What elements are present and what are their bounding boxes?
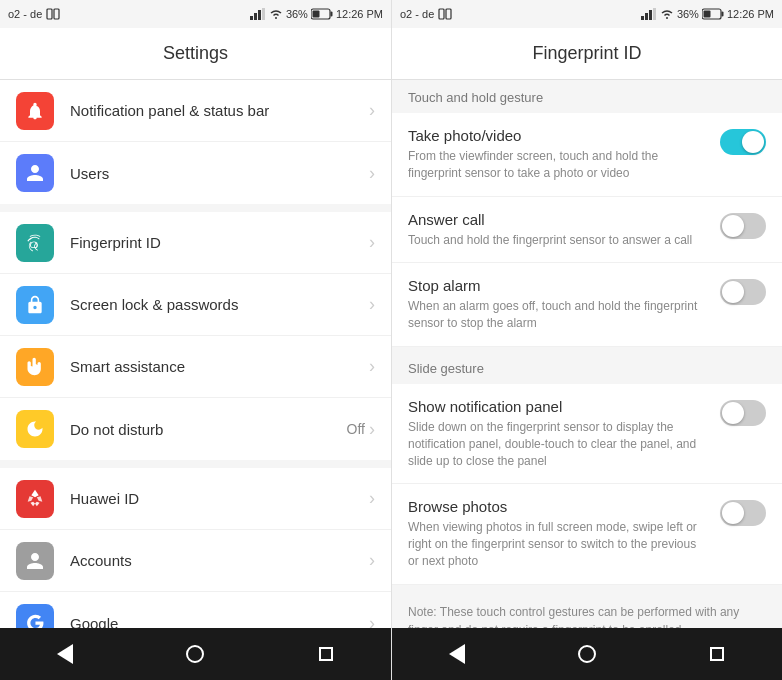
google-label: Google: [70, 615, 369, 629]
right-bottom-nav: [392, 628, 782, 680]
settings-item-notification[interactable]: Notification panel & status bar ›: [0, 80, 391, 142]
settings-item-google[interactable]: Google ›: [0, 592, 391, 628]
right-back-icon: [449, 644, 465, 664]
settings-item-accounts[interactable]: Accounts ›: [0, 530, 391, 592]
sim-icon: [46, 8, 60, 20]
svg-rect-11: [641, 16, 644, 20]
smart-assistance-icon-bg: [16, 348, 54, 386]
stop-alarm-content: Stop alarm When an alarm goes off, touch…: [408, 277, 708, 332]
take-photo-subtitle: From the viewfinder screen, touch and ho…: [408, 148, 708, 182]
smart-assistance-label: Smart assistance: [70, 358, 369, 375]
users-label: Users: [70, 165, 369, 182]
show-notification-subtitle: Slide down on the fingerprint sensor to …: [408, 419, 708, 469]
dnd-value: Off: [347, 421, 365, 437]
hand-icon: [25, 357, 45, 377]
accounts-label: Accounts: [70, 552, 369, 569]
users-icon-bg: [16, 154, 54, 192]
bell-icon: [25, 101, 45, 121]
svg-rect-1: [54, 9, 59, 19]
left-carrier: o2 - de: [8, 8, 42, 20]
answer-call-item: Answer call Touch and hold the fingerpri…: [392, 197, 782, 264]
person-icon: [25, 163, 45, 183]
left-home-button[interactable]: [170, 634, 220, 674]
left-back-button[interactable]: [40, 634, 90, 674]
show-notification-title: Show notification panel: [408, 398, 708, 415]
fingerprint-label: Fingerprint ID: [70, 234, 369, 251]
settings-item-screen-lock[interactable]: Screen lock & passwords ›: [0, 274, 391, 336]
settings-item-smart-assistance[interactable]: Smart assistance ›: [0, 336, 391, 398]
right-battery: 36%: [677, 8, 699, 20]
fingerprint-right: ›: [369, 232, 375, 253]
dnd-icon-bg: [16, 410, 54, 448]
dnd-right: Off ›: [347, 419, 375, 440]
settings-item-users[interactable]: Users ›: [0, 142, 391, 204]
stop-alarm-item: Stop alarm When an alarm goes off, touch…: [392, 263, 782, 347]
left-recents-icon: [319, 647, 333, 661]
huawei-icon: [24, 488, 46, 510]
browse-photos-item: Browse photos When viewing photos in ful…: [392, 484, 782, 584]
browse-photos-subtitle: When viewing photos in full screen mode,…: [408, 519, 708, 569]
show-notification-thumb: [722, 402, 744, 424]
touch-hold-section: Touch and hold gesture Take photo/video …: [392, 80, 782, 347]
slide-gesture-items: Show notification panel Slide down on th…: [392, 384, 782, 585]
right-carrier: o2 - de: [400, 8, 434, 20]
settings-list: Notification panel & status bar › Users …: [0, 80, 391, 628]
stop-alarm-subtitle: When an alarm goes off, touch and hold t…: [408, 298, 708, 332]
right-home-button[interactable]: [562, 634, 612, 674]
svg-rect-7: [330, 12, 332, 17]
answer-call-content: Answer call Touch and hold the fingerpri…: [408, 211, 708, 249]
screen-lock-icon-bg: [16, 286, 54, 324]
notification-label: Notification panel & status bar: [70, 102, 369, 119]
accounts-chevron: ›: [369, 550, 375, 571]
svg-rect-5: [262, 8, 265, 20]
browse-photos-toggle[interactable]: [720, 500, 766, 526]
screen-lock-content: Screen lock & passwords: [70, 296, 369, 313]
users-chevron: ›: [369, 163, 375, 184]
svg-rect-16: [721, 12, 723, 17]
moon-icon: [25, 419, 45, 439]
signal-icon: [250, 8, 266, 20]
settings-item-huawei-id[interactable]: Huawei ID ›: [0, 468, 391, 530]
slide-gesture-section: Slide gesture Show notification panel Sl…: [392, 351, 782, 585]
stop-alarm-toggle[interactable]: [720, 279, 766, 305]
wifi-icon: [269, 8, 283, 20]
show-notification-toggle[interactable]: [720, 400, 766, 426]
fingerprint-icon-bg: [16, 224, 54, 262]
answer-call-thumb: [722, 215, 744, 237]
left-app-bar: Settings: [0, 28, 391, 80]
google-content: Google: [70, 615, 369, 629]
huawei-id-content: Huawei ID: [70, 490, 369, 507]
take-photo-title: Take photo/video: [408, 127, 708, 144]
right-time: 12:26 PM: [727, 8, 774, 20]
svg-rect-0: [47, 9, 52, 19]
accounts-content: Accounts: [70, 552, 369, 569]
right-recents-button[interactable]: [692, 634, 742, 674]
users-content: Users: [70, 165, 369, 182]
left-recents-button[interactable]: [301, 634, 351, 674]
left-bottom-nav: [0, 628, 391, 680]
smart-assistance-right: ›: [369, 356, 375, 377]
browse-photos-thumb: [722, 502, 744, 524]
settings-item-fingerprint[interactable]: Fingerprint ID ›: [0, 212, 391, 274]
dnd-label: Do not disturb: [70, 421, 347, 438]
screen-lock-chevron: ›: [369, 294, 375, 315]
right-back-button[interactable]: [432, 634, 482, 674]
take-photo-toggle[interactable]: [720, 129, 766, 155]
right-app-bar: Fingerprint ID: [392, 28, 782, 80]
right-home-icon: [578, 645, 596, 663]
svg-rect-12: [645, 13, 648, 20]
answer-call-toggle[interactable]: [720, 213, 766, 239]
notification-chevron: ›: [369, 100, 375, 121]
users-right: ›: [369, 163, 375, 184]
right-status-bar: o2 - de 36% 12:26 PM: [392, 0, 782, 28]
stop-alarm-thumb: [722, 281, 744, 303]
settings-item-do-not-disturb[interactable]: Do not disturb Off ›: [0, 398, 391, 460]
smart-assistance-content: Smart assistance: [70, 358, 369, 375]
battery-icon: [311, 8, 333, 20]
show-notification-content: Show notification panel Slide down on th…: [408, 398, 708, 469]
browse-photos-title: Browse photos: [408, 498, 708, 515]
settings-group-3: Huawei ID › Accounts ›: [0, 468, 391, 628]
take-photo-thumb: [742, 131, 764, 153]
left-right-status: 36% 12:26 PM: [250, 8, 383, 20]
svg-rect-17: [703, 11, 710, 18]
